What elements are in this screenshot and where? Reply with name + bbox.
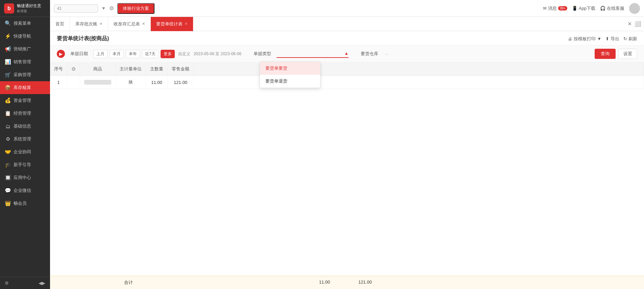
logo-icon: b [4, 3, 14, 14]
main-area: ▼ ⚙ 体验行业方案 ✉ 消息 99+ 📱 App下载 🎧 在线客服 首页 [50, 0, 644, 289]
settings-footer-icon[interactable]: ⚙ [5, 281, 9, 286]
sidebar-item-app-center[interactable]: 🔲 应用中心 [0, 171, 50, 184]
settings-icon[interactable]: ⚙ [109, 5, 114, 12]
date-recent-btn[interactable]: 近7天 [142, 50, 159, 58]
col-unit: 主计量单位 [116, 63, 146, 76]
data-table: 序号 ⚙ 商品 主计量单位 主数量 零售金额 1 [50, 63, 644, 89]
export-icon: ⬆ [605, 36, 609, 41]
handshake-icon: 🤝 [5, 149, 11, 155]
app-download-label: App下载 [579, 5, 595, 12]
dropdown-item-return[interactable]: 要货单退货 [260, 75, 320, 88]
print-button[interactable]: 🖨 按模板打印 ▼ [568, 36, 601, 42]
sidebar-item-label: 营销推广 [14, 46, 45, 52]
chat-icon: 💬 [5, 187, 11, 194]
date-current-btn[interactable]: 本月 [110, 50, 124, 58]
query-button[interactable]: 查询 [595, 49, 616, 59]
date-more-btn[interactable]: 更多 [161, 50, 175, 58]
sidebar-nav: 🔍 搜索菜单 ⚡ 快捷导航 📢 营销推广 📊 销售管理 🛒 采购管理 📦 库存核… [0, 17, 50, 277]
sidebar-item-basics[interactable]: 🗂 基础信息 [0, 120, 50, 133]
box-icon: 📦 [5, 85, 11, 91]
col-goods: 商品 [80, 63, 116, 76]
tab-home[interactable]: 首页 [50, 17, 70, 31]
tab-receive-summary[interactable]: 收发存汇总表 ✕ [108, 17, 151, 31]
tab-close-all-icon[interactable]: ✕ [627, 21, 632, 27]
refresh-button[interactable]: ↻ 刷新 [623, 36, 637, 42]
tab-inventory-batch[interactable]: 库存批次账 ✕ [70, 17, 108, 31]
money-icon: 💰 [5, 97, 11, 104]
collapse-icon[interactable]: ◀▶ [39, 281, 45, 286]
date-range-display: 2023-05-06 至 2023-06-06 [194, 51, 241, 57]
filter-date-group: 上月 本月 本年 近7天 更多 自定义 2023-05-06 至 2023-06… [93, 50, 241, 58]
sidebar-item-label: 畅会员 [14, 200, 45, 206]
cell-goods [80, 76, 116, 89]
sidebar-item-inventory[interactable]: 📦 库存核算 [0, 81, 50, 94]
tab-inventory-batch-close[interactable]: ✕ [99, 22, 102, 26]
table-container: 序号 ⚙ 商品 主计量单位 主数量 零售金额 1 [50, 63, 644, 89]
lightning-icon: ⚡ [5, 33, 11, 39]
date-year-btn[interactable]: 本年 [126, 50, 140, 58]
promo-button[interactable]: 体验行业方案 [117, 3, 154, 14]
graduate-icon: 🎓 [5, 162, 11, 168]
print-label: 按模板打印 [574, 36, 596, 42]
sidebar-item-purchase[interactable]: 🛒 采购管理 [0, 68, 50, 81]
tab-order-stats[interactable]: 要货单统计表 ✕ [151, 17, 193, 31]
app-download-button[interactable]: 📱 App下载 [572, 5, 595, 12]
col-gear[interactable]: ⚙ [67, 63, 80, 76]
settings-button[interactable]: 设置 [618, 49, 637, 59]
tab-expand-icon[interactable]: ⬜ [635, 21, 641, 27]
sidebar-item-label: 企业微信 [14, 187, 45, 194]
type-select-input[interactable] [277, 50, 344, 57]
table-footer: 合计 11.00 121.00 [50, 276, 644, 289]
filter-bar: ▶ 单据日期 上月 本月 本年 近7天 更多 自定义 2023-05-06 至 … [50, 45, 644, 63]
dropdown-item-order[interactable]: 要货单要货 [260, 62, 320, 75]
sidebar-item-label: 采购管理 [14, 72, 45, 78]
cell-qty: 11.00 [146, 76, 168, 89]
sidebar-item-label: 搜索菜单 [14, 20, 45, 26]
chart-icon: 📊 [5, 59, 11, 65]
search-input[interactable] [54, 4, 98, 13]
footer-amount: 121.00 [345, 280, 385, 286]
sidebar-item-label: 资金管理 [14, 97, 45, 104]
table-row: 1 块 11.00 121.00 [50, 76, 644, 89]
filter-expand-button[interactable]: ▶ [57, 50, 65, 58]
print-icon: 🖨 [568, 36, 572, 41]
date-custom-label: 自定义 [178, 51, 190, 57]
sidebar-item-label: 快捷导航 [14, 33, 45, 39]
avatar[interactable] [629, 3, 640, 14]
headset-icon: 🎧 [600, 6, 605, 11]
message-button[interactable]: ✉ 消息 99+ [543, 5, 567, 12]
tab-receive-summary-close[interactable]: ✕ [142, 22, 145, 26]
col-qty: 主数量 [146, 63, 168, 76]
warehouse-dots-icon[interactable]: ··· [385, 51, 389, 57]
print-arrow-icon: ▼ [597, 36, 601, 41]
sidebar-item-system[interactable]: ⚙ 系统管理 [0, 133, 50, 146]
refresh-label: 刷新 [628, 36, 637, 42]
sidebar-item-wechat[interactable]: 💬 企业微信 [0, 184, 50, 197]
mobile-icon: 📱 [572, 6, 577, 11]
sidebar-item-guide[interactable]: 🎓 新手引导 [0, 158, 50, 171]
sidebar-item-label: 销售管理 [14, 59, 45, 65]
megaphone-icon: 📢 [5, 46, 11, 52]
sidebar-item-search[interactable]: 🔍 搜索菜单 [0, 17, 50, 30]
cell-amount: 121.00 [168, 76, 194, 89]
message-icon: ✉ [543, 6, 547, 11]
sidebar-item-operations[interactable]: 📋 经营管理 [0, 107, 50, 120]
sidebar-item-finance[interactable]: 💰 资金管理 [0, 94, 50, 107]
sidebar-item-marketing[interactable]: 📢 营销推广 [0, 43, 50, 55]
sidebar-item-member[interactable]: 👑 畅会员 [0, 197, 50, 210]
message-badge: 99+ [558, 6, 567, 10]
online-service-label: 在线客服 [607, 5, 624, 12]
dropdown-arrow-icon[interactable]: ▼ [101, 6, 106, 11]
sidebar-item-enterprise[interactable]: 🤝 企业协同 [0, 146, 50, 158]
sidebar-item-sales[interactable]: 📊 销售管理 [0, 55, 50, 68]
type-dropdown-icon[interactable]: ▲ [344, 51, 349, 56]
export-button[interactable]: ⬆ 导出 [605, 36, 619, 42]
tabbar: 首页 库存批次账 ✕ 收发存汇总表 ✕ 要货单统计表 ✕ ✕ ⬜ [50, 17, 644, 31]
folder-icon: 🗂 [5, 124, 11, 129]
brand-sub: 标准版 [17, 9, 41, 14]
message-label: 消息 [548, 5, 557, 12]
tab-order-stats-close[interactable]: ✕ [185, 22, 188, 26]
online-service-button[interactable]: 🎧 在线客服 [600, 5, 624, 12]
sidebar-item-quick-nav[interactable]: ⚡ 快捷导航 [0, 30, 50, 43]
date-prev-btn[interactable]: 上月 [93, 50, 108, 58]
